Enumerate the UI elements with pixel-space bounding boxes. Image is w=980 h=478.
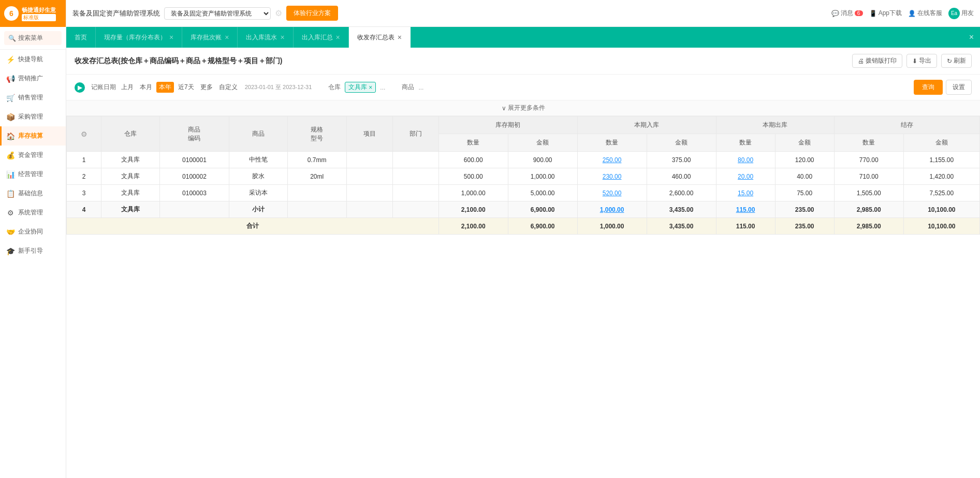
row-out-qty[interactable]: 80.00 [716,152,775,168]
app-download-button[interactable]: 📱 App下载 [869,9,902,18]
table-row: 2文具库0100002胶水20ml500.001,000.00230.00460… [67,168,980,185]
th-settings[interactable]: ⚙ [67,117,101,152]
row-balance-qty: 1,505.00 [834,185,903,201]
sidebar-item-purchase[interactable]: 📦 采购管理 [0,107,66,126]
tab-collection-summary[interactable]: 收发存汇总表 × [349,27,411,48]
warehouse-tag-close[interactable]: × [369,84,372,91]
tab-in-out-flow-label: 出入库流水 [246,33,277,42]
th-balance-qty: 数量 [834,134,903,152]
sidebar-item-finance[interactable]: 💰 资金管理 [0,146,66,165]
tab-batch-ledger-close[interactable]: × [225,33,229,41]
row-opening-qty: 2,100.00 [438,201,508,218]
tab-in-out-summary[interactable]: 出入库汇总 × [294,27,349,48]
filter-goods-section: 商品 ... [402,83,423,92]
date-btn-more[interactable]: 更多 [198,82,215,93]
date-btn-this-month[interactable]: 本月 [138,82,154,93]
row-in-qty[interactable]: 230.00 [577,168,647,185]
experience-button[interactable]: 体验行业方案 [286,6,338,21]
page-header: 收发存汇总表(按仓库＋商品编码＋商品＋规格型号＋项目＋部门) 🖨 拨销版打印 ⬇… [66,48,980,75]
expand-button[interactable]: ∨ 展开更多条件 [502,104,545,112]
row-in-qty[interactable]: 520.00 [577,185,647,201]
tab-in-out-flow[interactable]: 出入库流水 × [238,27,293,48]
tab-batch-ledger[interactable]: 库存批次账 × [182,27,238,48]
sidebar-item-system-label: 系统管理 [18,208,43,217]
warehouse-tag[interactable]: 文具库 × [345,82,376,93]
row-dept [392,168,438,185]
date-btn-last-month[interactable]: 上月 [119,82,136,93]
row-project [346,201,392,218]
date-btn-custom[interactable]: 自定义 [217,82,240,93]
tab-stock-distribution[interactable]: 现存量（库存分布表） × [96,27,182,48]
setting-button[interactable]: 设置 [946,80,972,95]
user-button[interactable]: Ea 用友 [948,8,974,19]
sidebar-item-inventory[interactable]: 🏠 库存核算 [0,126,66,146]
row-dept [392,152,438,168]
tab-in-out-flow-close[interactable]: × [280,33,284,41]
tab-home[interactable]: 首页 [66,27,96,48]
date-btn-7days[interactable]: 近7天 [176,82,196,93]
tab-in-out-summary-close[interactable]: × [336,33,340,41]
row-opening-qty: 500.00 [438,168,508,185]
goods-more[interactable]: ... [418,84,423,91]
footer-balance-amt: 10,100.00 [903,218,979,235]
export-button[interactable]: ⬇ 导出 [906,54,937,68]
row-warehouse: 文具库 [101,185,160,201]
sidebar-item-enterprise[interactable]: 🤝 企业协同 [0,222,66,241]
operations-icon: 📊 [6,170,15,179]
service-icon: 👤 [908,10,916,17]
query-button[interactable]: 查询 [914,80,943,95]
export-icon: ⬇ [912,57,917,65]
date-btn-this-year[interactable]: 本年 [156,82,174,93]
tab-bar-close-all[interactable]: × [963,27,980,48]
sidebar-item-sales[interactable]: 🛒 销售管理 [0,88,66,107]
refresh-button[interactable]: ↻ 刷新 [941,54,972,68]
sidebar-item-operations[interactable]: 📊 经营管理 [0,165,66,184]
sidebar-item-guide[interactable]: 🎓 新手引导 [0,241,66,260]
th-in: 本期入库 [577,117,716,134]
refresh-icon: ↻ [947,57,952,65]
marketing-icon: 📢 [6,75,15,83]
filter-date-section: 记账日期 上月 本月 本年 近7天 更多 自定义 2023-01-01 至 20… [91,82,312,93]
th-out-qty: 数量 [716,134,775,152]
warehouse-label: 仓库 [328,83,341,92]
row-out-qty[interactable]: 20.00 [716,168,775,185]
sidebar-item-quick-nav[interactable]: ⚡ 快捷导航 [0,50,66,69]
row-balance-amt: 1,155.00 [903,152,979,168]
settings-gear-icon[interactable]: ⚙ [275,8,282,18]
online-service-label: 在线客服 [917,9,942,18]
sidebar-item-system[interactable]: ⚙ 系统管理 [0,203,66,222]
sidebar-item-purchase-label: 采购管理 [18,112,43,121]
row-opening-amt: 6,900.00 [508,201,577,218]
row-in-qty[interactable]: 250.00 [577,152,647,168]
row-balance-qty: 2,985.00 [834,201,903,218]
tab-in-out-summary-label: 出入库汇总 [302,33,333,42]
row-spec [287,185,346,201]
row-in-qty[interactable]: 1,000.00 [577,201,647,218]
row-out-qty[interactable]: 15.00 [716,185,775,201]
goods-label: 商品 [402,83,414,92]
filter-toggle-button[interactable]: ▶ [75,82,85,93]
tab-collection-summary-close[interactable]: × [398,33,402,41]
logo-icon: 6 [4,6,19,21]
print-button[interactable]: 🖨 拨销版打印 [852,54,902,68]
sidebar-item-basic-info[interactable]: 📋 基础信息 [0,184,66,203]
sidebar-item-operations-label: 经营管理 [18,170,43,179]
warehouse-more[interactable]: ... [380,84,385,91]
row-code [159,201,229,218]
date-label: 记账日期 [91,83,116,92]
tab-home-label: 首页 [75,33,87,42]
app-title-select[interactable]: 装备及固定资产辅助管理系统 [164,7,271,20]
sidebar-item-marketing[interactable]: 📢 营销推广 [0,69,66,88]
online-service-button[interactable]: 👤 在线客服 [908,9,942,18]
th-warehouse: 仓库 [101,117,160,152]
search-menu-button[interactable]: 🔍 搜索菜单 [4,31,62,45]
row-out-qty[interactable]: 115.00 [716,201,775,218]
sidebar-item-sales-label: 销售管理 [18,93,43,102]
message-badge: 6 [855,10,863,16]
table-settings-icon[interactable]: ⚙ [81,130,87,138]
footer-in-qty: 1,000.00 [577,218,647,235]
row-goods: 胶水 [229,168,287,185]
tab-stock-distribution-close[interactable]: × [169,33,173,41]
message-button[interactable]: 💬 消息 6 [831,9,863,18]
th-project: 项目 [346,117,392,152]
